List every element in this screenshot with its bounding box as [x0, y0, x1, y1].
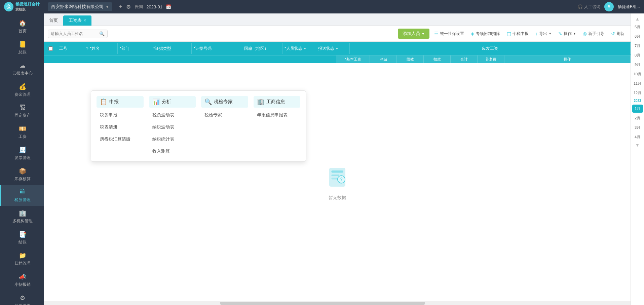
sidebar-item-settings[interactable]: ⚙ 基础设置: [0, 291, 44, 305]
table-scrollbar[interactable]: [44, 301, 631, 305]
status-filter-icon[interactable]: ▼: [303, 47, 307, 50]
right-panel-down-arrow[interactable]: ▼: [635, 142, 640, 148]
col-deduction: 扣款: [424, 55, 451, 63]
sidebar-item-archive[interactable]: 📁 归档管理: [0, 249, 44, 270]
col-id-type: *证据类型: [151, 43, 192, 54]
home-icon: 🏠: [19, 20, 26, 27]
sidebar-item-label: 库存核算: [14, 176, 31, 182]
declare-title: 申报: [109, 99, 119, 105]
table-subheader: *基本工资 津贴 绩效 扣款 合计 养老费 操作: [44, 55, 631, 63]
sidebar-item-home[interactable]: 🏠 首页: [0, 16, 44, 37]
add-person-button[interactable]: 添加人员 ▼: [398, 29, 429, 39]
menu-item-annual-report[interactable]: 年报信息申报表: [254, 110, 301, 120]
svg-text:?: ?: [340, 177, 342, 182]
user-name[interactable]: 畅捷通B组...: [618, 4, 640, 10]
search-icon: 🔍: [99, 31, 105, 36]
add-person-chevron-icon: ▼: [421, 32, 425, 36]
month-11[interactable]: 11月: [632, 79, 643, 87]
sidebar-item-close-period[interactable]: 📑 结账: [0, 227, 44, 249]
right-panel-up-arrow[interactable]: ▲: [635, 16, 640, 22]
refresh-button[interactable]: ↺ 刷新: [609, 30, 627, 38]
month-5[interactable]: 5月: [632, 23, 643, 31]
tax-filing-button[interactable]: ◫ 个税申报: [505, 30, 531, 38]
export-label: 导出: [539, 31, 547, 37]
sidebar-item-ledger[interactable]: 📒 总账: [0, 37, 44, 59]
month-9[interactable]: 9月: [632, 61, 643, 69]
sidebar-item-invoice[interactable]: 🧾 发票管理: [0, 143, 44, 164]
header-right: 🎧 人工咨询 B 畅捷通B组...: [578, 2, 640, 11]
tax-expert-icon: 🔍: [204, 98, 212, 106]
fund-icon: 💰: [19, 83, 26, 90]
add-company-button[interactable]: +: [118, 3, 123, 10]
social-security-button[interactable]: ☰ 统一社保设置: [432, 30, 466, 38]
inventory-icon: 📦: [19, 167, 26, 175]
sidebar-item-tax[interactable]: 🏛 税务管理: [0, 185, 44, 206]
month-8[interactable]: 8月: [632, 51, 643, 59]
operation-button[interactable]: ✎ 操作 ▼: [556, 30, 578, 38]
tab-home[interactable]: 首页: [44, 15, 63, 26]
sidebar-item-expense[interactable]: 📣 小畅报销: [0, 270, 44, 291]
user-service-button[interactable]: 🎧 人工咨询: [578, 4, 600, 10]
sidebar-item-multi-org[interactable]: 🏢 多机构管理: [0, 206, 44, 227]
menu-item-tax-expert[interactable]: 税检专家: [201, 110, 248, 120]
sidebar-item-label: 固定资产: [14, 113, 31, 118]
archive-icon: 📁: [19, 252, 26, 259]
svg-rect-2: [331, 175, 339, 176]
tax-filing-icon: ◫: [507, 31, 511, 36]
search-wrap: 🔍: [48, 30, 108, 38]
logo-icon: 会: [4, 2, 13, 11]
menu-section-declare-header: 📋 申报: [97, 96, 144, 108]
tab-salary-table[interactable]: 工资表 ×: [63, 15, 91, 26]
special-deduction-button[interactable]: ◈ 专项附加扣除: [469, 30, 502, 38]
menu-item-income-estimate[interactable]: 收入测算: [149, 147, 196, 156]
menu-item-pay-wave[interactable]: 纳税波动表: [149, 122, 196, 132]
select-all-checkbox[interactable]: [44, 46, 57, 51]
submit-filter-icon[interactable]: ▼: [335, 47, 339, 50]
company-name: 西安虾米网络科技有限公司: [51, 4, 104, 10]
salary-icon: 💴: [19, 125, 26, 132]
month-7[interactable]: 7月: [632, 42, 643, 50]
company-selector[interactable]: 西安虾米网络科技有限公司 ▼: [48, 2, 112, 11]
search-input[interactable]: [51, 31, 98, 36]
refresh-icon: ↺: [611, 31, 615, 36]
month-12[interactable]: 12月: [632, 89, 643, 97]
guide-btn[interactable]: ◎ 新手引导: [581, 30, 606, 38]
tax-expert-title: 税检专家: [214, 99, 233, 105]
menu-item-pay-stats[interactable]: 纳税统计表: [149, 135, 196, 144]
month-1-current[interactable]: 1月: [632, 105, 643, 113]
menu-item-tax-table[interactable]: 税表清册: [97, 122, 144, 132]
col-id-number: *证据号码: [192, 43, 242, 54]
sidebar-item-fixed-assets[interactable]: 🏗 固定资产: [0, 101, 44, 122]
biz-info-icon: 🏢: [257, 98, 264, 106]
tab-label: 工资表: [69, 17, 82, 24]
sort-name-icon[interactable]: ⇅: [86, 47, 89, 50]
menu-item-tax-filing[interactable]: 税务申报: [97, 110, 144, 120]
social-security-label: 统一社保设置: [440, 31, 464, 37]
sidebar-item-inventory[interactable]: 📦 库存核算: [0, 164, 44, 185]
month-4[interactable]: 4月: [632, 133, 643, 141]
sidebar-item-cloud-report[interactable]: ☁ 云报表中心: [0, 59, 44, 80]
sidebar: 🏠 首页 📒 总账 ☁ 云报表中心 💰 资金管理 🏗 固定资产 💴 工资 🧾 发…: [0, 13, 44, 305]
export-chevron-icon: ▼: [548, 32, 552, 35]
menu-item-tax-wave[interactable]: 税负波动表: [149, 110, 196, 120]
table-scroll-thumb[interactable]: [220, 302, 425, 305]
export-button[interactable]: ↓ 导出 ▼: [533, 30, 554, 38]
month-3[interactable]: 3月: [632, 123, 643, 131]
col-employee-id: 工号: [57, 43, 84, 54]
company-chevron-icon: ▼: [106, 5, 109, 9]
social-security-icon: ☰: [434, 31, 439, 36]
sidebar-item-label: 多机构管理: [12, 218, 33, 224]
calendar-icon[interactable]: 📅: [166, 4, 171, 9]
tab-close-button[interactable]: ×: [84, 18, 86, 23]
month-10[interactable]: 10月: [632, 70, 643, 78]
settings-button[interactable]: ⚙: [125, 3, 131, 11]
menu-item-tax-settlement[interactable]: 所得税汇算清缴: [97, 135, 144, 144]
refresh-label: 刷新: [616, 31, 624, 37]
sidebar-item-fund[interactable]: 💰 资金管理: [0, 80, 44, 101]
col-performance: 绩效: [397, 55, 424, 63]
select-all-input[interactable]: [48, 46, 53, 51]
month-2[interactable]: 2月: [632, 114, 643, 122]
month-6[interactable]: 6月: [632, 32, 643, 40]
sidebar-item-salary[interactable]: 💴 工资: [0, 122, 44, 143]
special-deduction-label: 专项附加扣除: [476, 31, 500, 37]
